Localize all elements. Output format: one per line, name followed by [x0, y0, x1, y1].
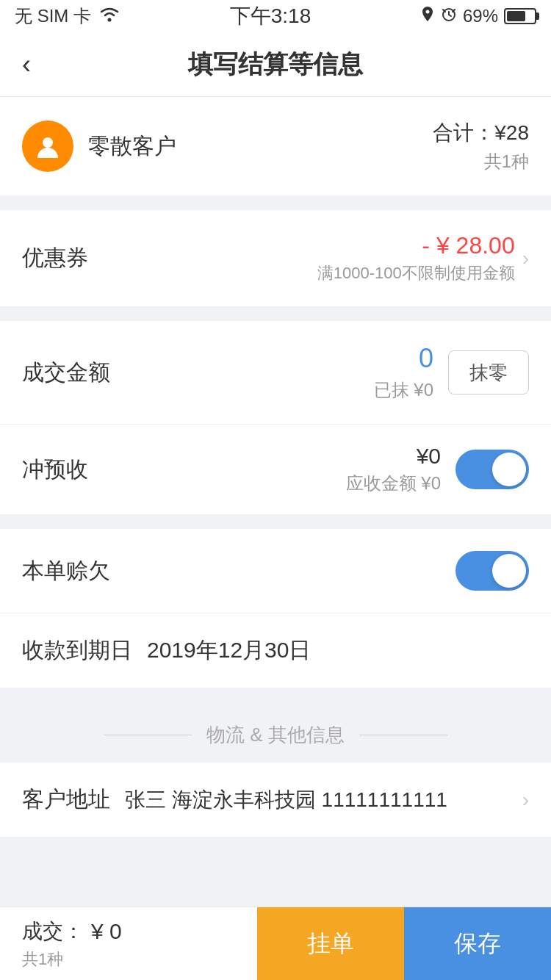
round-button[interactable]: 抹零	[448, 350, 529, 394]
total-count: 共1种	[433, 150, 529, 173]
coupon-discount: - ¥ 28.00	[317, 232, 515, 259]
prepay-sub-amount: 应收金额 ¥0	[346, 472, 441, 495]
carrier-text: 无 SIM 卡	[15, 4, 91, 28]
prepay-main-amount: ¥0	[346, 444, 441, 469]
coupon-chevron-icon: ›	[522, 247, 529, 270]
prepay-right: ¥0 应收金额 ¥0	[346, 444, 529, 495]
transaction-row: 成交金额 0 已抹 ¥0 抹零	[0, 321, 551, 424]
debt-label: 本单赊欠	[22, 556, 110, 586]
bottom-summary: 成交： ¥ 0 共1种	[0, 918, 257, 970]
bottom-summary-label: 成交：	[22, 918, 84, 945]
debt-section: 本单赊欠 收款到期日 2019年12月30日	[0, 529, 551, 688]
battery-icon	[504, 8, 536, 24]
customer-total: 合计：¥28 共1种	[433, 119, 529, 173]
page-title: 填写结算等信息	[188, 48, 363, 82]
prepay-label: 冲预收	[22, 455, 88, 485]
bottom-summary-top: 成交： ¥ 0	[22, 918, 235, 945]
coupon-description: 满1000-100不限制使用金额	[317, 262, 515, 284]
bottom-summary-count: 共1种	[22, 948, 235, 970]
logistics-divider: 物流 & 其他信息	[0, 702, 551, 763]
prepay-amounts: ¥0 应收金额 ¥0	[346, 444, 441, 495]
wifi-icon	[98, 6, 120, 26]
customer-name: 零散客户	[88, 131, 176, 162]
status-time: 下午3:18	[230, 2, 311, 30]
coupon-row[interactable]: 优惠券 - ¥ 28.00 满1000-100不限制使用金额 ›	[0, 210, 551, 306]
save-button[interactable]: 保存	[404, 907, 551, 981]
address-row[interactable]: 客户地址 张三 海淀永丰科技园 11111111111 ›	[0, 763, 551, 837]
transaction-amount-col: 0 已抹 ¥0	[374, 343, 433, 402]
status-left: 无 SIM 卡	[15, 4, 120, 28]
debt-toggle[interactable]	[455, 551, 529, 591]
transaction-section: 成交金额 0 已抹 ¥0 抹零 冲预收 ¥0 应收金额 ¥0	[0, 321, 551, 514]
customer-left: 零散客户	[22, 120, 176, 172]
svg-point-2	[43, 137, 53, 148]
logistics-line-right	[359, 735, 447, 735]
prepay-row: 冲预收 ¥0 应收金额 ¥0	[0, 424, 551, 514]
logistics-label: 物流 & 其他信息	[104, 722, 447, 748]
address-value: 张三 海淀永丰科技园 11111111111	[125, 786, 522, 814]
bottom-bar: 成交： ¥ 0 共1种 挂单 保存	[0, 907, 551, 980]
due-date-value: 2019年12月30日	[147, 635, 311, 666]
battery-percentage: 69%	[463, 6, 498, 26]
coupon-label: 优惠券	[22, 243, 88, 273]
nav-bar: ‹ 填写结算等信息	[0, 32, 551, 97]
customer-row: 零散客户 合计：¥28 共1种	[0, 97, 551, 195]
total-amount: 合计：¥28	[433, 119, 529, 147]
date-row: 收款到期日 2019年12月30日	[0, 613, 551, 688]
location-icon	[420, 6, 435, 26]
address-chevron-icon: ›	[522, 788, 529, 812]
hold-button[interactable]: 挂单	[257, 907, 404, 981]
svg-point-0	[108, 18, 112, 22]
content-area: 零散客户 合计：¥28 共1种 优惠券 - ¥ 28.00 满1000-100不…	[0, 97, 551, 940]
transaction-right: 0 已抹 ¥0 抹零	[374, 343, 529, 402]
transaction-label: 成交金额	[22, 358, 110, 388]
back-button[interactable]: ‹	[22, 49, 66, 80]
prepay-toggle[interactable]	[455, 450, 529, 489]
alarm-icon	[441, 6, 457, 26]
coupon-right: - ¥ 28.00 满1000-100不限制使用金额 ›	[317, 232, 529, 284]
status-bar: 无 SIM 卡 下午3:18 69%	[0, 0, 551, 32]
status-right: 69%	[420, 6, 536, 26]
customer-section: 零散客户 合计：¥28 共1种	[0, 97, 551, 195]
erased-text: 已抹 ¥0	[374, 378, 433, 402]
address-section: 客户地址 张三 海淀永丰科技园 11111111111 ›	[0, 763, 551, 837]
coupon-values: - ¥ 28.00 满1000-100不限制使用金额	[317, 232, 515, 284]
debt-toggle-knob	[492, 554, 526, 588]
address-label: 客户地址	[22, 785, 110, 815]
logistics-line-left	[104, 735, 192, 735]
transaction-amount[interactable]: 0	[374, 343, 433, 374]
bottom-summary-amount: ¥ 0	[91, 919, 122, 944]
logistics-text: 物流 & 其他信息	[206, 722, 345, 748]
coupon-section: 优惠券 - ¥ 28.00 满1000-100不限制使用金额 ›	[0, 210, 551, 306]
due-date-label: 收款到期日	[22, 635, 132, 666]
toggle-knob	[492, 453, 526, 486]
avatar	[22, 120, 73, 172]
debt-row: 本单赊欠	[22, 551, 529, 591]
